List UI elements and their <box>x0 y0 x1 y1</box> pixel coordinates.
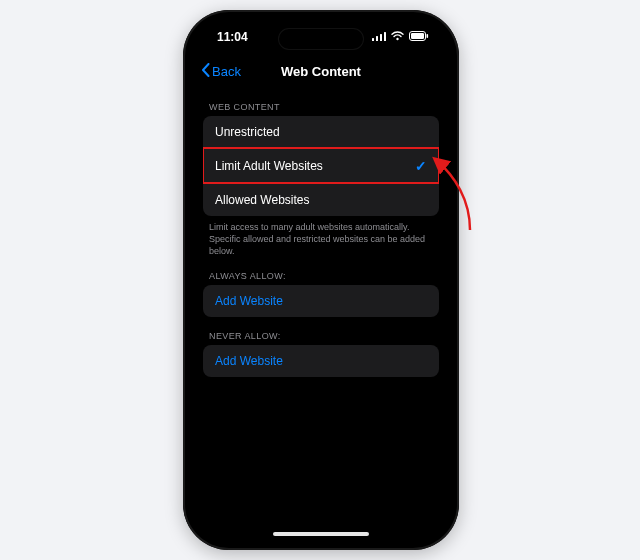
phone-frame: 11:04 Ba <box>183 10 459 550</box>
svg-point-4 <box>396 38 398 40</box>
signal-icon <box>372 30 386 44</box>
page-title: Web Content <box>281 64 361 79</box>
group-always-allow: Add Website <box>203 285 439 317</box>
status-time: 11:04 <box>217 30 248 44</box>
option-unrestricted[interactable]: Unrestricted <box>203 116 439 148</box>
chevron-left-icon <box>201 63 210 80</box>
option-label: Unrestricted <box>215 125 280 139</box>
add-website-label: Add Website <box>215 294 283 308</box>
battery-icon <box>409 30 429 44</box>
svg-rect-1 <box>376 36 378 41</box>
add-website-label: Add Website <box>215 354 283 368</box>
svg-rect-7 <box>427 34 429 38</box>
section-header-always-allow: ALWAYS ALLOW: <box>209 271 433 281</box>
option-label: Allowed Websites <box>215 193 310 207</box>
option-limit-adult-websites[interactable]: Limit Adult Websites ✓ <box>203 148 439 183</box>
svg-rect-0 <box>372 38 374 41</box>
svg-rect-6 <box>411 33 424 39</box>
group-never-allow: Add Website <box>203 345 439 377</box>
group-web-content: Unrestricted Limit Adult Websites ✓ Allo… <box>203 116 439 216</box>
section-header-never-allow: NEVER ALLOW: <box>209 331 433 341</box>
option-allowed-websites[interactable]: Allowed Websites <box>203 183 439 216</box>
back-label: Back <box>212 64 241 79</box>
add-website-always-allow[interactable]: Add Website <box>203 285 439 317</box>
navigation-bar: Back Web Content <box>191 56 451 86</box>
content: WEB CONTENT Unrestricted Limit Adult Web… <box>191 88 451 542</box>
checkmark-icon: ✓ <box>415 158 427 174</box>
section-header-web-content: WEB CONTENT <box>209 102 433 112</box>
status-bar: 11:04 <box>191 18 451 56</box>
svg-rect-2 <box>380 34 382 41</box>
status-icons <box>372 30 429 44</box>
add-website-never-allow[interactable]: Add Website <box>203 345 439 377</box>
home-indicator[interactable] <box>273 532 369 536</box>
option-label: Limit Adult Websites <box>215 159 323 173</box>
screen: 11:04 Ba <box>191 18 451 542</box>
section-footer-web-content: Limit access to many adult websites auto… <box>209 221 433 257</box>
svg-rect-3 <box>384 32 386 41</box>
back-button[interactable]: Back <box>201 63 241 80</box>
wifi-icon <box>391 30 404 44</box>
